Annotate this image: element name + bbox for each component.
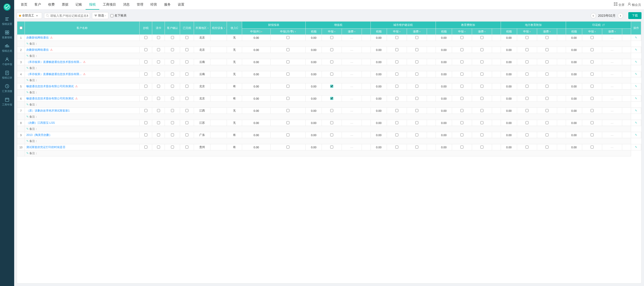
edu-declare-check[interactable]	[452, 83, 472, 90]
local-pay-check[interactable]	[537, 144, 557, 150]
edu-declare-check[interactable]	[452, 144, 472, 150]
client-confirm-cell[interactable]	[165, 108, 180, 114]
fullscreen-btn[interactable]: 全屏	[614, 2, 624, 7]
completed-checkbox[interactable]	[185, 48, 188, 51]
company-name[interactable]: 畅捷通信息技术股份有限公司民珠测试	[26, 85, 74, 88]
fin-year-checkbox[interactable]	[286, 109, 289, 112]
city-declare-checkbox[interactable]	[395, 36, 398, 39]
actions-cell[interactable]: ✎	[631, 120, 641, 126]
vat-declare-checkbox[interactable]	[330, 60, 333, 63]
local-pay-checkbox[interactable]	[545, 97, 549, 100]
stamp-declare-check[interactable]	[582, 96, 602, 102]
nav-item-首页[interactable]: 首页	[17, 0, 31, 10]
fin-year-checkbox[interactable]	[286, 121, 289, 124]
clear-card-cell[interactable]	[152, 132, 165, 138]
actions-cell[interactable]: ✎	[631, 35, 641, 41]
next-month-button[interactable]: ›	[618, 13, 623, 19]
actions-cell[interactable]: ✎	[631, 96, 641, 102]
company-name[interactable]: （库存核算）直播畅捷通信息技术股份有限...	[26, 73, 82, 76]
nav-item-消息[interactable]: 消息	[120, 0, 133, 10]
client-confirm-checkbox[interactable]	[171, 133, 174, 136]
company-name[interactable]: 2013（陶美劳勿删）	[26, 133, 52, 136]
nav-item-记账[interactable]: 记账	[72, 0, 86, 10]
city-pay-checkbox[interactable]	[415, 97, 418, 100]
copy-tax-cell[interactable]	[140, 35, 152, 41]
completed-cell[interactable]	[180, 59, 194, 65]
fin-year-check[interactable]	[270, 120, 305, 126]
company-name-cell[interactable]: 2013（陶美劳勿删）	[25, 132, 140, 138]
stamp-declare-check[interactable]	[582, 47, 602, 53]
local-declare-check[interactable]	[517, 132, 537, 138]
local-pay-check[interactable]	[537, 35, 557, 41]
remark-edit-icon[interactable]: ✎	[26, 66, 29, 69]
local-declare-check[interactable]	[517, 71, 537, 77]
vat-declare-checkbox[interactable]	[330, 36, 333, 39]
stamp-declare-check[interactable]	[582, 108, 602, 114]
completed-checkbox[interactable]	[185, 97, 188, 100]
client-confirm-cell[interactable]	[165, 35, 180, 41]
completed-checkbox[interactable]	[185, 146, 188, 149]
city-declare-checkbox[interactable]	[395, 60, 398, 63]
clear-card-checkbox[interactable]	[157, 133, 160, 136]
stamp-declare-checkbox[interactable]	[591, 121, 594, 124]
edu-pay-checkbox[interactable]	[480, 133, 483, 136]
edu-pay-check[interactable]	[472, 35, 492, 41]
vat-declare-checkbox[interactable]	[330, 146, 333, 149]
local-declare-checkbox[interactable]	[525, 85, 529, 88]
completed-cell[interactable]	[180, 132, 194, 138]
clear-card-cell[interactable]	[152, 83, 165, 90]
city-pay-check[interactable]	[407, 71, 427, 77]
edu-pay-checkbox[interactable]	[480, 85, 483, 88]
copy-tax-cell[interactable]	[140, 71, 152, 77]
download-button[interactable]: 下载	[628, 12, 641, 19]
city-pay-checkbox[interactable]	[415, 36, 418, 39]
company-name[interactable]: 畅捷通信息技术股份有限公司民珠测试	[26, 97, 74, 100]
city-pay-check[interactable]	[407, 83, 427, 90]
member-btn[interactable]: 畅会员	[628, 2, 641, 7]
fin-year-checkbox[interactable]	[286, 97, 289, 100]
clear-card-checkbox[interactable]	[157, 146, 160, 149]
local-declare-check[interactable]	[517, 83, 537, 90]
city-declare-checkbox[interactable]	[395, 109, 398, 112]
local-pay-checkbox[interactable]	[545, 48, 549, 51]
company-name-cell[interactable]: （库存核算）直播畅捷通信息技术股份有限... ⚠	[25, 71, 140, 77]
city-declare-checkbox[interactable]	[395, 133, 398, 136]
company-name-cell[interactable]: 勿删新锐网络通信 ⚠	[25, 47, 140, 53]
clear-card-cell[interactable]	[152, 59, 165, 65]
filter-button[interactable]: 筛选 ▾	[92, 12, 108, 19]
remark-edit-icon[interactable]: ✎	[26, 79, 29, 82]
local-declare-checkbox[interactable]	[525, 121, 529, 124]
vat-declare-check[interactable]	[322, 120, 342, 126]
edit-icon[interactable]: ✎	[635, 73, 637, 76]
local-pay-check[interactable]	[537, 59, 557, 65]
copy-tax-checkbox[interactable]	[144, 146, 147, 149]
vat-declare-checkbox[interactable]	[330, 133, 333, 136]
city-pay-check[interactable]	[407, 96, 427, 102]
local-declare-check[interactable]	[517, 96, 537, 102]
named-accounts-checkbox-label[interactable]: 名下账表	[110, 13, 127, 18]
clear-card-checkbox[interactable]	[157, 60, 160, 63]
edu-pay-check[interactable]	[472, 120, 492, 126]
edu-declare-checkbox[interactable]	[460, 109, 463, 112]
copy-tax-checkbox[interactable]	[144, 73, 147, 76]
edu-pay-check[interactable]	[472, 71, 492, 77]
vat-declare-checkbox[interactable]	[330, 48, 333, 51]
completed-checkbox[interactable]	[185, 73, 188, 76]
edit-icon[interactable]: ✎	[635, 121, 637, 124]
city-declare-check[interactable]	[387, 132, 407, 138]
stamp-declare-checkbox[interactable]	[591, 109, 594, 112]
city-pay-checkbox[interactable]	[415, 73, 418, 76]
clear-card-cell[interactable]	[152, 144, 165, 150]
stamp-declare-checkbox[interactable]	[591, 36, 594, 39]
local-pay-check[interactable]	[537, 108, 557, 114]
stamp-declare-checkbox[interactable]	[591, 48, 594, 51]
fin-year-checkbox[interactable]	[286, 36, 289, 39]
edu-declare-check[interactable]	[452, 120, 472, 126]
client-confirm-checkbox[interactable]	[171, 60, 174, 63]
copy-tax-cell[interactable]	[140, 47, 152, 53]
fin-year-checkbox[interactable]	[286, 146, 289, 149]
fin-year-check[interactable]	[270, 132, 305, 138]
copy-tax-cell[interactable]	[140, 59, 152, 65]
local-declare-checkbox[interactable]	[525, 60, 529, 63]
remark-edit-icon[interactable]: ✎	[26, 127, 29, 130]
